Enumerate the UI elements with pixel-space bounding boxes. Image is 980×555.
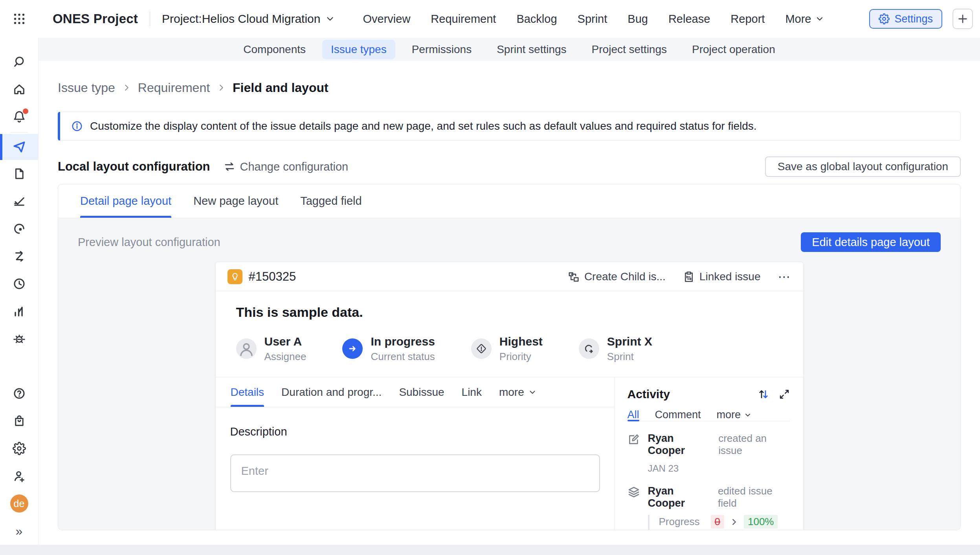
user-avatar[interactable]: de — [0, 490, 38, 517]
preview-panel: Preview layout configuration Edit detail… — [58, 218, 960, 530]
add-button[interactable] — [952, 9, 973, 29]
expand-icon[interactable] — [779, 389, 790, 400]
change-configuration-link[interactable]: Change configuration — [224, 160, 349, 173]
subnav-project-settings[interactable]: Project settings — [583, 40, 675, 59]
activity-header: Activity — [628, 388, 790, 401]
new-value: 100% — [744, 515, 778, 529]
field-priority[interactable]: Highest Priority — [471, 335, 543, 363]
main-content: Issue type Requirement Field and layout … — [39, 61, 980, 545]
clock-icon[interactable] — [0, 270, 38, 298]
activity-panel: Activity All Comment more — [615, 377, 803, 530]
nav-requirement[interactable]: Requirement — [431, 13, 496, 26]
priority-diamond-icon — [471, 338, 492, 359]
tab-duration-progress[interactable]: Duration and progr... — [281, 377, 382, 407]
subnav-components[interactable]: Components — [235, 40, 314, 59]
help-icon[interactable] — [0, 380, 38, 407]
workflow-icon[interactable] — [0, 243, 38, 270]
activity-entry: Ryan Cooper created an issue JAN 23 — [628, 432, 790, 474]
nav-more[interactable]: More — [785, 13, 824, 26]
layers-icon — [628, 485, 642, 530]
gauge-icon[interactable] — [0, 215, 38, 243]
nav-overview[interactable]: Overview — [363, 13, 410, 26]
notifications-bell-icon[interactable] — [0, 103, 38, 130]
nav-bug[interactable]: Bug — [628, 13, 648, 26]
left-sidebar: de » — [0, 38, 39, 545]
subnav-issue-types[interactable]: Issue types — [322, 40, 395, 59]
create-child-issue-button[interactable]: Create Child is... — [568, 270, 666, 283]
project-selector[interactable]: Project:Helios Cloud Migration — [162, 12, 336, 26]
assignee-avatar-icon — [236, 338, 257, 359]
description-input[interactable] — [230, 454, 600, 492]
activity-title: Activity — [628, 388, 670, 401]
edit-details-page-layout-button[interactable]: Edit details page layout — [801, 232, 941, 252]
description-label: Description — [230, 425, 600, 439]
subnav-project-operation[interactable]: Project operation — [683, 40, 784, 59]
store-icon[interactable] — [0, 407, 38, 435]
tab-more[interactable]: more — [499, 377, 537, 407]
save-global-layout-button[interactable]: Save as global layout configuration — [765, 156, 961, 177]
tab-new-page-layout[interactable]: New page layout — [193, 184, 278, 218]
configuration-header-row: Local layout configuration Change config… — [58, 156, 961, 177]
subnav-permissions[interactable]: Permissions — [403, 40, 480, 59]
search-icon[interactable] — [0, 48, 38, 75]
breadcrumb-issue-type[interactable]: Issue type — [58, 81, 115, 95]
settings-button-label: Settings — [894, 13, 933, 25]
old-value: 0 — [711, 515, 724, 529]
settings-gear-icon[interactable] — [0, 435, 38, 462]
activity-tab-more[interactable]: more — [717, 409, 752, 421]
project-icon — [12, 140, 26, 154]
activity-user[interactable]: Ryan Cooper — [648, 485, 710, 509]
sidebar-bottom-group: de » — [0, 380, 38, 545]
tab-details[interactable]: Details — [231, 377, 264, 407]
activity-date: JAN 23 — [648, 463, 790, 474]
document-icon[interactable] — [0, 160, 38, 187]
activity-tab-all[interactable]: All — [628, 409, 639, 421]
subtree-icon — [568, 271, 580, 283]
issue-card-actions: Create Child is... Linked issue ⋯ — [568, 269, 791, 284]
project-selector-label: Project:Helios Cloud Migration — [162, 12, 321, 26]
activity-user[interactable]: Ryan Cooper — [648, 432, 711, 457]
chevron-down-icon — [528, 388, 537, 397]
tab-link[interactable]: Link — [462, 377, 482, 407]
nav-release[interactable]: Release — [668, 13, 710, 26]
sidebar-item-project-active[interactable] — [0, 134, 38, 160]
layout-tabs: Detail page layout New page layout Tagge… — [58, 184, 960, 218]
layout-configuration-card: Detail page layout New page layout Tagge… — [58, 184, 961, 530]
field-current-status[interactable]: In progress Current status — [342, 335, 435, 363]
plus-icon — [957, 13, 968, 24]
page-title: Field and layout — [233, 81, 329, 95]
breadcrumb-requirement[interactable]: Requirement — [138, 81, 210, 95]
linked-issue-button[interactable]: Linked issue — [683, 270, 761, 283]
invite-member-icon[interactable] — [0, 462, 38, 490]
collapse-chevrons-icon: » — [16, 524, 23, 538]
project-settings-subnav: Components Issue types Permissions Sprin… — [39, 38, 980, 61]
nav-sprint[interactable]: Sprint — [578, 13, 607, 26]
app-header: ONES Project Project:Helios Cloud Migrat… — [0, 0, 980, 38]
activity-tab-comment[interactable]: Comment — [655, 409, 701, 421]
avatar-initials: de — [10, 494, 28, 513]
subnav-sprint-settings[interactable]: Sprint settings — [488, 40, 575, 59]
issue-fields-row: User A Assignee In progress Current stat… — [236, 331, 803, 367]
tab-subissue[interactable]: Subissue — [399, 377, 444, 407]
info-banner-text: Customize the display content of the iss… — [90, 120, 757, 132]
home-icon[interactable] — [0, 75, 38, 103]
field-assignee[interactable]: User A Assignee — [236, 335, 306, 363]
tab-tagged-field[interactable]: Tagged field — [300, 184, 362, 218]
report-check-icon[interactable] — [0, 187, 38, 215]
sort-order-icon[interactable] — [758, 388, 769, 400]
nav-report[interactable]: Report — [730, 13, 765, 26]
nav-backlog[interactable]: Backlog — [516, 13, 557, 26]
chevron-right-icon — [122, 83, 131, 92]
settings-button[interactable]: Settings — [869, 9, 942, 29]
more-actions-button[interactable]: ⋯ — [778, 269, 791, 284]
test-gear-icon[interactable] — [0, 325, 38, 353]
activity-action: edited issue field — [718, 485, 790, 509]
changed-field-name: Progress — [659, 516, 711, 528]
chart-icon[interactable] — [0, 298, 38, 325]
tab-detail-page-layout[interactable]: Detail page layout — [80, 184, 171, 218]
issue-card-body: Details Duration and progr... Subissue L… — [216, 377, 803, 530]
field-sprint[interactable]: Sprint X Sprint — [579, 335, 652, 363]
collapse-sidebar-button[interactable]: » — [0, 517, 38, 545]
preview-header: Preview layout configuration Edit detail… — [78, 232, 941, 252]
app-grid-icon[interactable] — [0, 12, 39, 26]
